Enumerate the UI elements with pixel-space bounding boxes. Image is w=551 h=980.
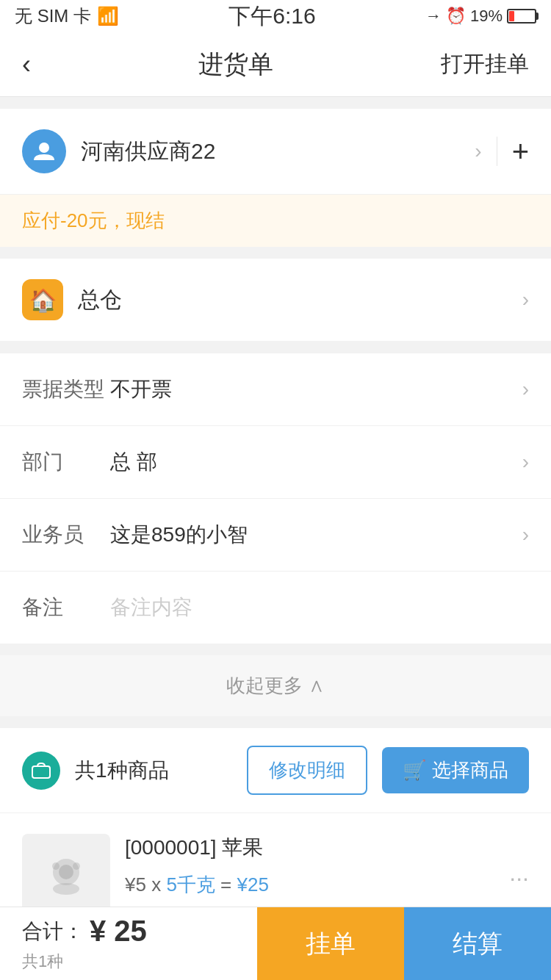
page-title: 进货单 (198, 48, 273, 82)
total-count: 共1种 (22, 951, 235, 973)
product-more-button[interactable]: ··· (509, 865, 529, 892)
invoice-row[interactable]: 票据类型 不开票 › (0, 353, 551, 425)
svg-point-6 (73, 862, 80, 870)
department-chevron-icon: › (522, 450, 529, 474)
supplier-section: 河南供应商22 › + 应付-20元，现结 (0, 109, 551, 247)
status-bar: 无 SIM 卡 📶 下午6:16 → ⏰ 19% (0, 0, 551, 32)
svg-point-0 (39, 143, 49, 153)
svg-point-5 (52, 862, 60, 870)
open-hang-button[interactable]: 打开挂单 (441, 49, 529, 79)
nav-bar: ‹ 进货单 打开挂单 (0, 32, 551, 97)
salesman-value: 这是859的小智 (110, 521, 515, 549)
alarm-icon: ⏰ (446, 7, 466, 26)
product-info: [0000001] 苹果 ¥5 x 5千克 = ¥25 (125, 834, 494, 898)
product-total: ¥25 (237, 873, 269, 896)
battery-percent: 19% (470, 7, 503, 26)
wifi-icon: 📶 (97, 6, 119, 26)
edit-detail-button[interactable]: 修改明细 (247, 746, 367, 795)
checkout-button[interactable]: 结算 (404, 907, 551, 980)
status-left: 无 SIM 卡 📶 (15, 4, 119, 28)
form-section: 票据类型 不开票 › 部门 总 部 › 业务员 这是859的小智 › 备注 备注… (0, 353, 551, 644)
invoice-label: 票据类型 (22, 375, 110, 403)
warehouse-row[interactable]: 🏠 总仓 › (0, 259, 551, 341)
add-supplier-button[interactable]: + (512, 135, 529, 168)
supplier-name: 河南供应商22 (81, 137, 467, 167)
department-row[interactable]: 部门 总 部 › (0, 425, 551, 498)
department-value: 总 部 (110, 448, 515, 476)
warehouse-name: 总仓 (78, 285, 515, 315)
invoice-value: 不开票 (110, 375, 515, 403)
status-time: 下午6:16 (228, 1, 315, 32)
invoice-chevron-icon: › (522, 378, 529, 401)
select-product-button[interactable]: 🛒 选择商品 (382, 747, 529, 793)
total-area: 合计： ¥ 25 共1种 (0, 907, 257, 980)
product-price: ¥5 x 5千克 = ¥25 (125, 872, 494, 898)
product-cart-icon (22, 752, 60, 790)
status-right: → ⏰ 19% (425, 7, 536, 26)
supplier-avatar (22, 129, 66, 173)
total-amount: ¥ 25 (90, 915, 147, 948)
hang-button[interactable]: 挂单 (257, 907, 404, 980)
warehouse-chevron-icon: › (522, 288, 529, 311)
collapse-text: 收起更多 ∧ (226, 674, 324, 696)
warehouse-section: 🏠 总仓 › (0, 259, 551, 341)
product-name: [0000001] 苹果 (125, 834, 494, 862)
product-header: 共1种商品 修改明细 🛒 选择商品 (0, 728, 551, 813)
supplier-row[interactable]: 河南供应商22 › + (0, 109, 551, 195)
select-product-label: 选择商品 (432, 757, 508, 783)
department-label: 部门 (22, 448, 110, 476)
svg-point-4 (53, 883, 79, 895)
supplier-chevron-icon: › (475, 140, 481, 163)
notice-banner: 应付-20元，现结 (0, 195, 551, 247)
svg-rect-1 (32, 766, 50, 778)
remark-value: 备注内容 (110, 594, 529, 621)
battery-icon (507, 9, 536, 24)
salesman-label: 业务员 (22, 521, 110, 549)
product-unit-price: ¥5 (125, 873, 146, 896)
supplier-divider (497, 137, 497, 166)
product-quantity: 5千克 (166, 873, 215, 896)
product-count-text: 共1种商品 (75, 757, 232, 785)
notice-text: 应付-20元，现结 (22, 209, 165, 231)
total-label: 合计： (22, 918, 84, 945)
product-title: 苹果 (222, 836, 263, 859)
back-button[interactable]: ‹ (22, 49, 31, 80)
salesman-row[interactable]: 业务员 这是859的小智 › (0, 498, 551, 571)
gap1 (0, 97, 551, 109)
bottom-bar: 合计： ¥ 25 共1种 挂单 结算 (0, 907, 551, 980)
warehouse-icon: 🏠 (22, 279, 63, 320)
product-id: [0000001] (125, 836, 217, 859)
remark-label: 备注 (22, 594, 110, 621)
collapse-button[interactable]: 收起更多 ∧ (0, 655, 551, 716)
location-icon: → (425, 7, 442, 26)
cart-icon: 🛒 (403, 759, 426, 782)
salesman-chevron-icon: › (522, 523, 529, 547)
total-main: 合计： ¥ 25 (22, 915, 235, 948)
sim-status: 无 SIM 卡 (15, 4, 91, 28)
svg-point-3 (59, 865, 73, 879)
remark-row[interactable]: 备注 备注内容 (0, 571, 551, 644)
